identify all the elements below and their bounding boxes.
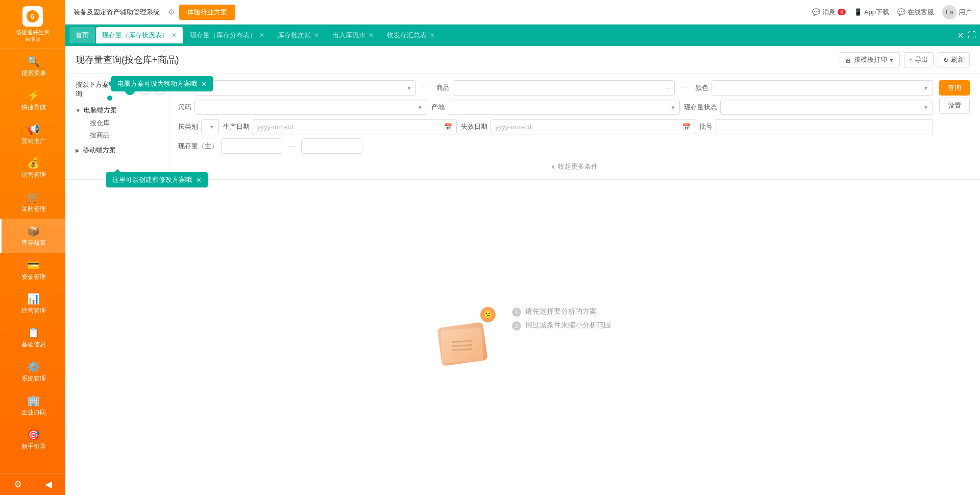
collapse-button[interactable]: ∧ 收起更多条件: [551, 162, 598, 171]
sidebar-item-basic[interactable]: 📋 基础信息: [0, 320, 65, 354]
category-label: 按类别: [178, 122, 198, 131]
logo-icon: 6: [22, 6, 43, 27]
origin-label: 产地: [431, 103, 445, 112]
tab-recv-summary-close[interactable]: ✕: [430, 32, 435, 39]
filter-color: 颜色 ▼: [695, 80, 933, 96]
scheme-group-pc-header[interactable]: ▼ 电脑端方案: [76, 104, 165, 117]
sidebar-item-search[interactable]: 🔍 搜索菜单: [0, 49, 65, 83]
industry-plan-button[interactable]: 体验行业方案: [179, 5, 235, 20]
tab-in-out-flow-close[interactable]: ✕: [369, 32, 374, 39]
warehouse-select[interactable]: ▼: [194, 80, 416, 96]
sidebar-item-company[interactable]: 🏢 企业协同: [0, 388, 65, 422]
inventory-qty-start[interactable]: [221, 138, 282, 154]
tab-inventory-status[interactable]: 现存量（库存状况表） ✕: [96, 27, 183, 43]
system-title-area: 装备及固定资产辅助管理系统 ⚙ 体验行业方案: [74, 5, 812, 20]
empty-hint-1: 1 请先选择要分析的方案: [512, 307, 611, 317]
header-right: 💬 消息 8 📱 App下载 💬 在线客服 Ea 用户: [812, 5, 972, 19]
tab-in-out-flow-label: 出入库流水: [332, 31, 365, 40]
sidebar-item-system[interactable]: ⚙️ 系统管理: [0, 355, 65, 388]
tab-in-out-flow[interactable]: 出入库流水 ✕: [326, 27, 380, 43]
tab-inventory-dist-close[interactable]: ✕: [259, 32, 264, 39]
tab-bar-actions: ✕ ⛶: [957, 31, 976, 40]
sidebar-item-finance[interactable]: 💳 资金管理: [0, 253, 65, 287]
collapse-sidebar-button[interactable]: ◀: [45, 479, 52, 490]
filter-warehouse: 仓库 ▼: [178, 80, 416, 96]
inventory-status-select[interactable]: ▼: [720, 100, 933, 115]
marketing-icon: 📢: [27, 123, 40, 135]
system-icon: ⚙️: [27, 361, 40, 373]
tab-batch-ledger-label: 库存批次账: [278, 31, 311, 40]
filter-forms: 仓库 ▼ ··· 商品: [178, 80, 933, 158]
expand-window-button[interactable]: ⛶: [968, 31, 976, 40]
print-button[interactable]: 🖨 按模板打印 ▼: [840, 52, 900, 67]
user-menu[interactable]: Ea 用户: [942, 5, 972, 19]
dot-indicator: [107, 96, 112, 101]
app-download-button[interactable]: 📱 App下载: [854, 8, 889, 17]
filter-forms-area: 仓库 ▼ ··· 商品: [170, 80, 970, 175]
page-title: 现存量查询(按仓库+商品): [76, 54, 179, 66]
tab-home[interactable]: 首页: [69, 27, 95, 43]
search-button[interactable]: 查询: [939, 80, 970, 96]
goods-select[interactable]: ···: [453, 80, 674, 96]
top-header: 装备及固定资产辅助管理系统 ⚙ 体验行业方案 💬 消息 8 📱 App下载 💬 …: [65, 0, 980, 25]
reset-button[interactable]: 设置: [939, 98, 970, 114]
empty-box-inner: [440, 327, 483, 363]
tab-inventory-dist[interactable]: 现存量（库存分布表） ✕: [184, 27, 271, 43]
chevron-down-icon: ▼: [76, 108, 81, 113]
sidebar-item-marketing[interactable]: 📢 营销推广: [0, 117, 65, 151]
tab-batch-ledger[interactable]: 库存批次账 ✕: [272, 27, 325, 43]
main-content: 装备及固定资产辅助管理系统 ⚙ 体验行业方案 💬 消息 8 📱 App下载 💬 …: [65, 0, 980, 495]
sidebar-item-business[interactable]: 📊 经营管理: [0, 287, 65, 320]
color-select[interactable]: ▼: [712, 80, 933, 96]
batch-no-input[interactable]: [716, 119, 933, 134]
collapse-bar[interactable]: ∧ 收起更多条件: [178, 158, 970, 175]
print-chevron-icon: ▼: [889, 57, 894, 63]
category-select[interactable]: ▼: [201, 119, 219, 134]
size-select[interactable]: ▼: [194, 100, 427, 115]
sidebar-item-inventory[interactable]: 📦 库存核算: [0, 219, 65, 252]
scheme-group-mobile-header[interactable]: ▶ 移动端方案: [76, 144, 165, 157]
edit-tooltip-close[interactable]: ✕: [196, 176, 202, 184]
svg-text:6: 6: [31, 12, 35, 20]
scheme-list: ▼ 电脑端方案 按仓库 按商品 ▶ 移动端方案: [76, 104, 165, 157]
message-icon: 💬: [812, 8, 820, 16]
filter-prod-date: 生产日期 yyyy-mm-dd 📅: [223, 119, 457, 134]
warehouse-dots: ···: [422, 83, 430, 92]
close-all-tabs-button[interactable]: ✕: [957, 31, 964, 40]
sidebar-item-quick[interactable]: ⚡ 快捷导航: [0, 83, 65, 117]
sidebar-item-purchase[interactable]: 🛒 采购管理: [0, 185, 65, 219]
inventory-qty-dash: —: [288, 143, 295, 150]
page-header: 现存量查询(按仓库+商品) 🖨 按模板打印 ▼ ↑ 导出 ↻ 刷新: [65, 46, 980, 74]
purchase-icon: 🛒: [27, 191, 40, 203]
avatar: Ea: [942, 5, 957, 19]
prod-date-input[interactable]: yyyy-mm-dd 📅: [253, 119, 457, 134]
chevron-right-icon: ▶: [76, 148, 80, 153]
export-button[interactable]: ↑ 导出: [904, 52, 934, 67]
scheme-tooltip-close[interactable]: ✕: [201, 80, 207, 88]
empty-lines: [452, 340, 473, 350]
tab-batch-ledger-close[interactable]: ✕: [314, 32, 319, 39]
company-icon: 🏢: [27, 394, 40, 407]
filter-goods: 商品 ···: [436, 80, 674, 96]
message-button[interactable]: 💬 消息 8: [812, 8, 846, 17]
origin-select[interactable]: ▼: [448, 100, 680, 115]
scheme-item-goods[interactable]: 按商品: [86, 129, 165, 142]
empty-state: 😕 1 请先选择要分析的方案 2 用过滤条件来缩小分析范围: [65, 180, 980, 495]
scheme-group-pc-items: 按仓库 按商品: [76, 117, 165, 142]
filter-section: 按以下方案查询 + ↻ ←: [65, 74, 980, 180]
empty-hint-2: 2 用过滤条件来缩小分析范围: [512, 321, 611, 331]
tab-recv-summary[interactable]: 收发存汇总表 ✕: [381, 27, 441, 43]
scheme-item-warehouse[interactable]: 按仓库: [86, 117, 165, 129]
inventory-qty-end[interactable]: [301, 138, 362, 154]
expire-date-input[interactable]: yyyy-mm-dd 📅: [491, 119, 695, 134]
quick-icon: ⚡: [27, 89, 40, 102]
online-support-button[interactable]: 💬 在线客服: [897, 8, 934, 17]
refresh-button[interactable]: ↻ 刷新: [938, 52, 970, 67]
warehouse-arrow: ▼: [406, 85, 411, 91]
sidebar-item-guide[interactable]: 🎯 新手引导: [0, 422, 65, 456]
settings-button[interactable]: ⚙: [14, 479, 22, 490]
tab-home-label: 首页: [76, 31, 89, 40]
system-gear-icon[interactable]: ⚙: [168, 7, 175, 17]
sidebar-item-sales[interactable]: 💰 销售管理: [0, 151, 65, 184]
tab-inventory-status-close[interactable]: ✕: [172, 32, 177, 39]
